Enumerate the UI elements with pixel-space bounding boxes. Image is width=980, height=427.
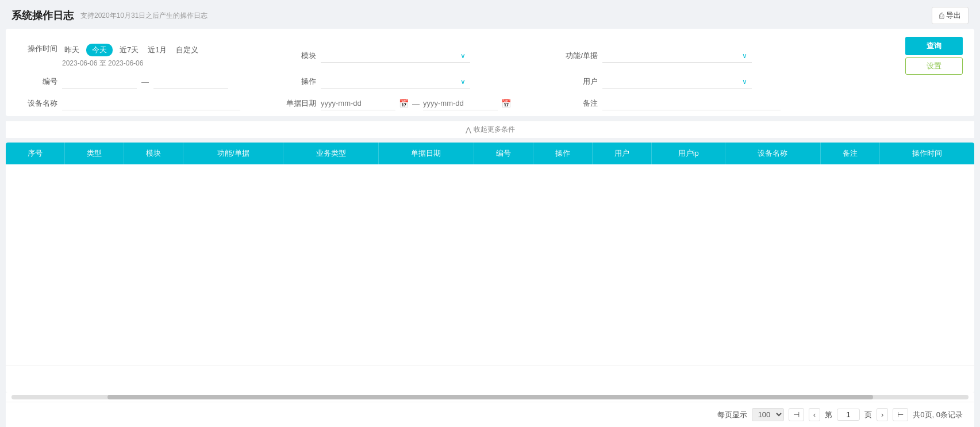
collapse-bar[interactable]: ⋀ 收起更多条件 xyxy=(6,121,974,138)
calendar-from-icon[interactable]: 📅 xyxy=(399,99,409,108)
export-button[interactable]: ⎙ 导出 xyxy=(932,7,969,24)
pagination: 每页显示 100 50 200 ⊣ ‹ 第 页 › ⊢ 共0页, 0条记录 xyxy=(6,402,974,427)
scroll-thumb xyxy=(107,395,873,399)
settings-button[interactable]: 设置 xyxy=(905,57,963,75)
filter-row-2: 编号 — 操作 ∨ 用户 ∨ xyxy=(17,75,963,89)
time-filter-group: 昨天 今天 近7天 近1月 自定义 2023-06-06 至 2023-06-0… xyxy=(62,44,201,68)
function-chevron-icon: ∨ xyxy=(742,52,747,60)
user-chevron-icon: ∨ xyxy=(742,78,747,86)
col-module: 模块 xyxy=(124,143,183,164)
scroll-area[interactable] xyxy=(6,393,974,402)
page-unit: 页 xyxy=(864,410,872,420)
col-number: 编号 xyxy=(474,143,533,164)
device-filter: 设备名称 xyxy=(17,97,276,110)
date-range: 📅 — 📅 xyxy=(321,97,511,110)
collapse-label: 收起更多条件 xyxy=(474,125,515,134)
per-page-select[interactable]: 100 50 200 xyxy=(752,408,784,421)
function-filter: 功能/单据 ∨ xyxy=(552,49,894,63)
time-range: 2023-06-06 至 2023-06-06 xyxy=(62,59,201,68)
date-from-input[interactable] xyxy=(321,97,395,110)
col-function: 功能/单据 xyxy=(183,143,283,164)
date-label: 单据日期 xyxy=(276,98,316,109)
module-chevron-icon: ∨ xyxy=(460,52,466,60)
empty-row xyxy=(6,164,974,366)
table-header: 序号 类型 模块 功能/单据 业务类型 单据日期 编号 操作 用户 用户ip 设… xyxy=(6,143,974,164)
remark-filter: 备注 xyxy=(552,97,963,110)
col-userip: 用户ip xyxy=(652,143,725,164)
page-subtitle: 支持2020年10月31日之后产生的操作日志 xyxy=(80,11,207,21)
module-select[interactable]: ∨ xyxy=(321,49,470,63)
number-input-to[interactable] xyxy=(153,75,228,89)
date-dash: — xyxy=(412,99,420,108)
page-input[interactable] xyxy=(837,409,860,421)
number-label: 编号 xyxy=(17,76,57,87)
col-index: 序号 xyxy=(6,143,64,164)
collapse-up-icon: ⋀ xyxy=(466,126,471,134)
next-page-button[interactable]: › xyxy=(877,408,888,421)
user-select[interactable]: ∨ xyxy=(602,75,752,89)
col-user: 用户 xyxy=(593,143,652,164)
prev-page-button[interactable]: ‹ xyxy=(809,408,820,421)
device-input[interactable] xyxy=(62,97,240,110)
user-filter: 用户 ∨ xyxy=(552,75,963,89)
number-input-from[interactable] xyxy=(62,75,137,89)
function-select[interactable]: ∨ xyxy=(602,49,752,63)
export-icon: ⎙ xyxy=(939,11,944,20)
function-label: 功能/单据 xyxy=(552,51,598,61)
operation-select[interactable]: ∨ xyxy=(321,75,470,89)
page-label: 第 xyxy=(825,410,832,420)
remark-input[interactable] xyxy=(602,97,781,110)
time-btn-7days[interactable]: 近7天 xyxy=(117,44,141,56)
col-remark: 备注 xyxy=(820,143,879,164)
time-btn-yesterday[interactable]: 昨天 xyxy=(62,44,82,56)
per-page-label: 每页显示 xyxy=(717,410,747,420)
time-btn-1month[interactable]: 近1月 xyxy=(145,44,169,56)
filter-row-3: 设备名称 单据日期 📅 — 📅 备注 xyxy=(17,97,963,110)
number-filter: 编号 — xyxy=(17,75,276,89)
user-label: 用户 xyxy=(552,76,598,87)
total-info: 共0页, 0条记录 xyxy=(913,410,963,420)
date-filter: 单据日期 📅 — 📅 xyxy=(276,97,552,110)
empty-body xyxy=(6,164,974,366)
col-optime: 操作时间 xyxy=(879,143,974,164)
table-wrapper: 序号 类型 模块 功能/单据 业务类型 单据日期 编号 操作 用户 用户ip 设… xyxy=(6,143,974,393)
last-page-button[interactable]: ⊢ xyxy=(893,408,908,421)
module-label: 模块 xyxy=(276,51,316,61)
time-buttons: 昨天 今天 近7天 近1月 自定义 xyxy=(62,44,201,56)
export-label: 导出 xyxy=(946,10,961,21)
col-type: 类型 xyxy=(64,143,124,164)
scroll-track xyxy=(11,395,969,399)
col-operation: 操作 xyxy=(533,143,592,164)
number-dash: — xyxy=(141,78,149,86)
time-label: 操作时间 xyxy=(17,44,57,54)
table-header-row: 序号 类型 模块 功能/单据 业务类型 单据日期 编号 操作 用户 用户ip 设… xyxy=(6,143,974,164)
operation-chevron-icon: ∨ xyxy=(460,78,466,86)
device-label: 设备名称 xyxy=(17,98,57,109)
page-title: 系统操作日志 xyxy=(11,9,74,22)
data-table: 序号 类型 模块 功能/单据 业务类型 单据日期 编号 操作 用户 用户ip 设… xyxy=(6,143,974,366)
page-header: 系统操作日志 支持2020年10月31日之后产生的操作日志 ⎙ 导出 xyxy=(0,0,980,29)
calendar-to-icon[interactable]: 📅 xyxy=(501,99,511,108)
query-button[interactable]: 查询 xyxy=(905,37,963,55)
operation-filter: 操作 ∨ xyxy=(276,75,552,89)
time-filter: 操作时间 昨天 今天 近7天 近1月 自定义 2023-06-06 至 2023… xyxy=(17,44,276,68)
time-btn-today[interactable]: 今天 xyxy=(86,44,113,56)
first-page-button[interactable]: ⊣ xyxy=(789,408,804,421)
operation-label: 操作 xyxy=(276,76,316,87)
filter-row-1: 操作时间 昨天 今天 近7天 近1月 自定义 2023-06-06 至 2023… xyxy=(17,37,963,75)
number-range: — xyxy=(62,75,228,89)
remark-label: 备注 xyxy=(552,98,598,109)
col-device: 设备名称 xyxy=(725,143,820,164)
action-buttons: 查询 设置 xyxy=(905,37,963,75)
filter-area: 操作时间 昨天 今天 近7天 近1月 自定义 2023-06-06 至 2023… xyxy=(6,29,974,116)
time-btn-custom[interactable]: 自定义 xyxy=(174,44,201,56)
module-filter: 模块 ∨ xyxy=(276,49,552,63)
col-docdate: 单据日期 xyxy=(379,143,474,164)
table-body xyxy=(6,164,974,366)
page-wrapper: 系统操作日志 支持2020年10月31日之后产生的操作日志 ⎙ 导出 操作时间 … xyxy=(0,0,980,427)
date-to-input[interactable] xyxy=(423,97,498,110)
col-biztype: 业务类型 xyxy=(283,143,379,164)
